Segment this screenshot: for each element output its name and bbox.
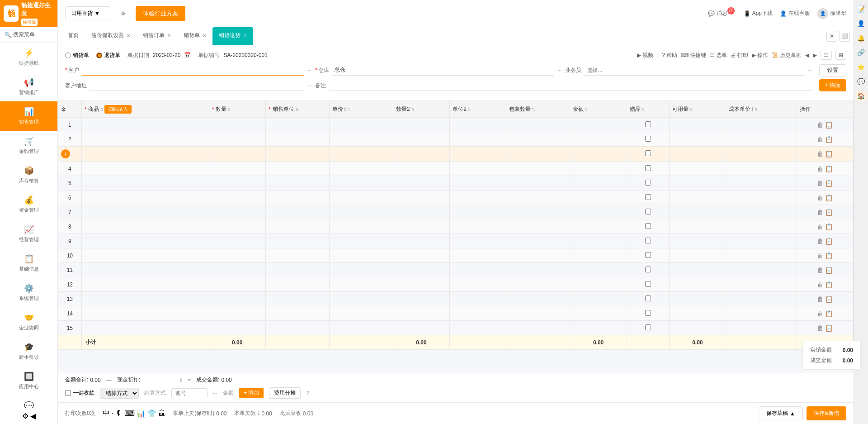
settings-bottom-icon[interactable]: ⚙ [22, 412, 28, 420]
customer-input[interactable] [82, 65, 305, 76]
sort-qty2-icon[interactable]: ⇅ [411, 107, 415, 112]
copy-row-14-icon[interactable]: 📋 [825, 310, 833, 317]
gift-checkbox-9[interactable] [645, 238, 651, 243]
account-input[interactable] [171, 388, 208, 398]
tab-sale-order[interactable]: 销售订单 ✕ [137, 27, 177, 45]
sidebar-item-app[interactable]: 🔲 应用中心 [0, 366, 57, 395]
tab-close-sale-delivery[interactable]: ✕ [203, 33, 206, 38]
taskbar-icon-6[interactable]: 👕 [147, 409, 156, 418]
settings-button[interactable]: 设置 [819, 64, 846, 76]
copy-row-8-icon[interactable]: 📋 [825, 223, 833, 230]
right-icon-4[interactable]: 🔗 [856, 47, 867, 58]
topbar-gear-button[interactable]: ⚙ [116, 6, 130, 21]
right-icon-1[interactable]: 📝 [856, 4, 867, 14]
taskbar-icon-3[interactable]: 🎙 [115, 410, 123, 418]
online-service-button[interactable]: 👤 在线客服 [780, 10, 810, 17]
sort-unit2-icon[interactable]: ⇅ [467, 107, 471, 112]
delete-row-11-icon[interactable]: 🗑 [817, 267, 823, 274]
scan-button[interactable]: 扫码录入 [104, 105, 132, 114]
th-settings[interactable]: ⚙ [58, 101, 82, 118]
tab-close-sale-return[interactable]: ✕ [243, 33, 247, 38]
date-value[interactable]: 2023-03-20 [153, 52, 180, 58]
tab-expand-btn[interactable]: ⬜ [839, 31, 850, 42]
sort-cost-icon[interactable]: ⇅ [754, 107, 758, 112]
gift-checkbox-6[interactable] [645, 194, 651, 200]
operate-action[interactable]: ▶ 操作 [752, 52, 768, 59]
gift-checkbox-10[interactable] [645, 252, 651, 258]
note-input[interactable] [329, 81, 811, 91]
warehouse-input[interactable] [332, 65, 555, 76]
add-payment-button[interactable]: + 添加 [239, 388, 264, 398]
copy-row-4-icon[interactable]: 📋 [825, 165, 833, 172]
sort-qty-icon[interactable]: ⇅ [227, 107, 231, 112]
delete-row-7-icon[interactable]: 🗑 [817, 209, 823, 216]
sidebar-item-operations[interactable]: 📈 经营管理 [0, 219, 57, 248]
gift-checkbox-1[interactable] [645, 121, 651, 127]
address-select-icon[interactable]: ··· [307, 82, 311, 89]
copy-row-10-icon[interactable]: 📋 [825, 252, 833, 259]
taskbar-icon-5[interactable]: 📊 [137, 409, 146, 418]
save-new-button[interactable]: 保存&新增 [807, 406, 846, 420]
history-action[interactable]: 📜 历史单据 [772, 52, 802, 59]
gift-checkbox-7[interactable] [645, 209, 651, 214]
discount-input[interactable] [142, 376, 178, 383]
delete-row-15-icon[interactable]: 🗑 [817, 324, 823, 332]
copy-row-2-icon[interactable]: 📋 [825, 136, 833, 143]
user-menu[interactable]: 👤 徐泽华 [817, 8, 846, 19]
right-icon-3[interactable]: 🔔 [856, 33, 867, 43]
delete-row-4-icon[interactable]: 🗑 [817, 165, 823, 172]
copy-row-5-icon[interactable]: 📋 [825, 180, 833, 187]
prev-record-btn[interactable]: ◀ [805, 52, 809, 58]
right-icon-5[interactable]: ⭐ [856, 62, 867, 72]
sort-goods-icon[interactable]: ⇅ [100, 107, 104, 112]
salesperson-select-icon[interactable]: ··· [807, 67, 812, 73]
sidebar-item-quick-nav[interactable]: ⚡ 快捷导航 [0, 43, 57, 72]
sidebar-item-purchase[interactable]: 🛒 采购管理 [0, 131, 57, 160]
gift-checkbox-3[interactable] [645, 150, 651, 156]
gift-checkbox-8[interactable] [645, 223, 651, 229]
delete-row-2-icon[interactable]: 🗑 [817, 136, 823, 143]
print-action[interactable]: 🖨 打印 [731, 52, 748, 59]
taskbar-icon-1[interactable]: 中 [103, 409, 110, 418]
tab-sale-delivery[interactable]: 销货单 ✕ [177, 27, 212, 45]
fee-split-button[interactable]: 费用分摊 [269, 387, 301, 399]
copy-row-7-icon[interactable]: 📋 [825, 209, 833, 216]
experience-button[interactable]: 体验行业方案 [136, 6, 185, 21]
copy-row-15-icon[interactable]: 📋 [825, 324, 833, 332]
sidebar-item-finance[interactable]: 💰 资金管理 [0, 190, 57, 219]
goods-input-active[interactable] [85, 151, 206, 157]
copy-row-11-icon[interactable]: 📋 [825, 267, 833, 274]
sidebar-item-wechat[interactable]: 💬 企业微信 [0, 395, 57, 408]
delete-row-14-icon[interactable]: 🗑 [817, 310, 823, 317]
delete-row-6-icon[interactable]: 🗑 [817, 194, 823, 201]
warehouse-select-icon[interactable]: ··· [557, 67, 561, 73]
taskbar-icon-4[interactable]: ⌨ [124, 409, 135, 418]
copy-row-1-icon[interactable]: 📋 [825, 121, 833, 129]
sidebar-item-sales[interactable]: 📊 销售管理 [0, 101, 57, 131]
address-input[interactable] [90, 81, 304, 91]
select-action[interactable]: ☰ 选单 [710, 52, 727, 59]
gift-checkbox-11[interactable] [645, 267, 651, 272]
sort-gift-icon[interactable]: ⇅ [642, 107, 645, 112]
gift-checkbox-4[interactable] [645, 165, 651, 171]
sidebar-item-enterprise[interactable]: 🤝 企业协同 [0, 307, 57, 337]
radio-sale[interactable]: 销货单 [65, 52, 89, 59]
logistics-button[interactable]: + 物流 [819, 79, 846, 91]
sidebar-item-marketing[interactable]: 📢 营销推广 [0, 72, 57, 101]
help-action[interactable]: ? 帮助 [662, 52, 677, 59]
tab-sale-return[interactable]: 销货退货 ✕ [212, 27, 253, 45]
copy-row-13-icon[interactable]: 📋 [825, 295, 833, 303]
branch-dropdown[interactable]: 日用百货 ▼ [65, 6, 110, 20]
one-click-checkbox[interactable]: 一键收款 [65, 389, 94, 397]
delete-row-3-icon[interactable]: 🗑 [817, 150, 823, 157]
gift-checkbox-12[interactable] [645, 281, 651, 287]
tab-close-btn[interactable]: ✕ [826, 31, 837, 42]
sidebar-item-newbie[interactable]: 🎓 新手引导 [0, 337, 57, 366]
delete-row-1-icon[interactable]: 🗑 [817, 121, 823, 129]
gift-checkbox-13[interactable] [645, 295, 651, 301]
tab-close-sale-price[interactable]: ✕ [127, 33, 130, 38]
gift-checkbox-5[interactable] [645, 180, 651, 186]
sort-unit-icon[interactable]: ⇅ [295, 107, 299, 112]
sort-price-icon[interactable]: ⇅ [347, 107, 350, 112]
next-record-btn[interactable]: ▶ [813, 52, 817, 58]
